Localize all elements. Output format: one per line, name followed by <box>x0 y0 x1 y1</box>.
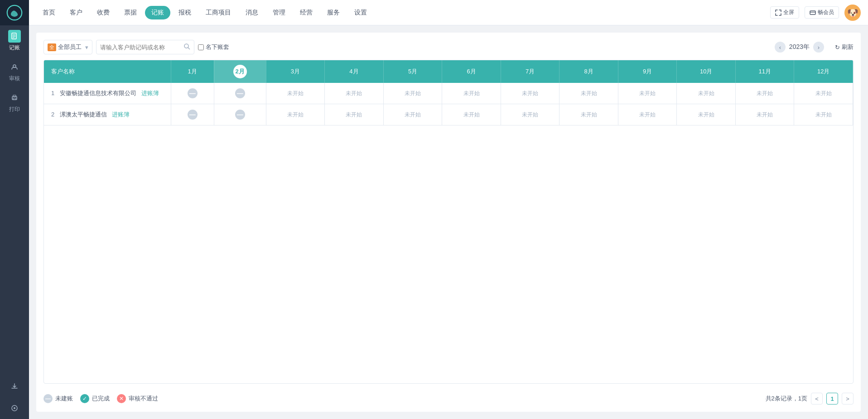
table-cell-name: 2 漯澳太平畅捷通信 进账簿 <box>44 104 171 125</box>
ledger-icon <box>8 30 21 43</box>
table-cell-month-12: 未开始 <box>794 83 853 104</box>
col-header-nov: 11月 <box>735 60 794 83</box>
table-cell-month-10: 未开始 <box>677 104 736 125</box>
table-cell-month-10: 未开始 <box>677 83 736 104</box>
status-dash-icon[interactable]: — <box>188 110 198 120</box>
legend-not-started: — 未建账 <box>43 394 73 403</box>
sidebar-item-support[interactable] <box>0 397 29 419</box>
content-area: 全 全部员工 ▾ 名下账套 <box>29 25 868 419</box>
legend: — 未建账 ✓ 已完成 ✕ 审核不通过 <box>43 394 158 403</box>
status-not-started: 未开始 <box>698 111 714 118</box>
svg-rect-11 <box>810 11 815 14</box>
search-icon[interactable] <box>183 43 190 51</box>
nav-customer[interactable]: 客户 <box>63 6 89 19</box>
prev-page-button[interactable]: < <box>811 393 823 405</box>
nav-invoice[interactable]: 票据 <box>118 6 143 19</box>
enter-ledger-link[interactable]: 进账簿 <box>112 111 130 118</box>
status-not-started: 未开始 <box>463 90 480 96</box>
status-dash-icon[interactable]: — <box>235 88 245 98</box>
table-row: 1 安徽畅捷通信息技术有限公司 进账簿 ——未开始未开始未开始未开始未开始未开始… <box>44 83 853 104</box>
nav-service[interactable]: 服务 <box>321 6 346 19</box>
legend-rejected-label: 审核不通过 <box>129 395 158 403</box>
table-cell-name: 1 安徽畅捷通信息技术有限公司 进账簿 <box>44 83 171 104</box>
table-cell-month-11: 未开始 <box>735 104 794 125</box>
status-dash-icon[interactable]: — <box>235 110 245 120</box>
table-cell-month-4: 未开始 <box>325 83 384 104</box>
sidebar-item-audit[interactable]: 审核 <box>0 56 29 87</box>
sidebar: 记账 审核 打印 <box>0 0 29 419</box>
prev-year-button[interactable]: ‹ <box>775 42 786 53</box>
refresh-button[interactable]: ↻ 刷新 <box>835 43 854 51</box>
member-button[interactable]: 畅会员 <box>805 6 839 19</box>
status-not-started: 未开始 <box>346 90 362 96</box>
table-cell-month-9: 未开始 <box>618 104 677 125</box>
sidebar-bottom <box>0 376 29 419</box>
avatar[interactable]: 🐶 <box>844 5 861 21</box>
status-not-started: 未开始 <box>639 111 656 118</box>
audit-icon <box>8 61 21 73</box>
status-not-started: 未开始 <box>463 111 480 118</box>
employee-select[interactable]: 全 全部员工 ▾ <box>43 40 92 54</box>
member-label: 畅会员 <box>818 9 834 16</box>
status-not-started: 未开始 <box>522 90 538 96</box>
sidebar-item-ledger-label: 记账 <box>9 44 20 52</box>
next-page-button[interactable]: > <box>842 393 854 405</box>
pagination: 共2条记录，1页 < 1 > <box>766 393 854 405</box>
nav-settings[interactable]: 设置 <box>348 6 373 19</box>
col-header-name: 客户名称 <box>44 60 171 83</box>
sidebar-item-print[interactable]: 打印 <box>0 87 29 118</box>
legend-completed: ✓ 已完成 <box>80 394 110 403</box>
fullscreen-button[interactable]: 全屏 <box>770 6 799 19</box>
my-accounts-checkbox[interactable]: 名下账套 <box>198 43 229 51</box>
col-header-oct: 10月 <box>677 60 736 83</box>
table-cell-month-5: 未开始 <box>383 104 442 125</box>
status-not-started: 未开始 <box>405 111 421 118</box>
ledger-table-wrapper: 客户名称 1月 2月 3月 4月 5月 6月 7月 8月 9月 <box>43 60 854 384</box>
table-cell-month-2[interactable]: — <box>214 83 266 104</box>
sidebar-item-download[interactable] <box>0 376 29 397</box>
status-not-started: 未开始 <box>346 111 362 118</box>
nav-manage[interactable]: 管理 <box>266 6 292 19</box>
status-not-started: 未开始 <box>757 111 773 118</box>
fullscreen-label: 全屏 <box>783 9 794 16</box>
legend-completed-label: 已完成 <box>92 395 110 403</box>
status-dash-icon[interactable]: — <box>188 88 198 98</box>
sidebar-item-ledger[interactable]: 记账 <box>0 25 29 56</box>
nav-ledger[interactable]: 记账 <box>145 6 170 19</box>
search-wrapper <box>96 40 194 54</box>
search-input[interactable] <box>100 44 182 51</box>
nav-billing[interactable]: 收费 <box>91 6 116 19</box>
sidebar-item-print-label: 打印 <box>9 106 20 113</box>
svg-point-10 <box>14 407 15 409</box>
nav-business[interactable]: 工商项目 <box>199 6 237 19</box>
table-cell-month-1[interactable]: — <box>171 83 214 104</box>
logo <box>0 0 29 25</box>
navbar: 首页 客户 收费 票据 记账 报税 工商项目 消息 管理 经营 服务 设置 全屏… <box>29 0 868 25</box>
nav-home[interactable]: 首页 <box>36 6 62 19</box>
table-header-row: 客户名称 1月 2月 3月 4月 5月 6月 7月 8月 9月 <box>44 60 853 83</box>
table-cell-month-11: 未开始 <box>735 83 794 104</box>
table-cell-month-2[interactable]: — <box>214 104 266 125</box>
year-navigation: ‹ 2023年 › <box>775 42 824 53</box>
employee-tag: 全 <box>48 43 56 51</box>
table-cell-month-3: 未开始 <box>266 83 325 104</box>
table-cell-month-6: 未开始 <box>442 104 501 125</box>
svg-line-14 <box>188 48 190 49</box>
nav-message[interactable]: 消息 <box>239 6 265 19</box>
table-cell-month-1[interactable]: — <box>171 104 214 125</box>
col-header-may: 5月 <box>383 60 442 83</box>
row-number: 1 <box>51 90 54 96</box>
company-name: 漯澳太平畅捷通信 <box>60 111 107 118</box>
table-cell-month-4: 未开始 <box>325 104 384 125</box>
status-not-started: 未开始 <box>815 111 832 118</box>
my-accounts-check[interactable] <box>198 44 204 50</box>
enter-ledger-link[interactable]: 进账簿 <box>141 90 159 96</box>
nav-tax[interactable]: 报税 <box>172 6 198 19</box>
refresh-icon: ↻ <box>835 44 840 51</box>
nav-operation[interactable]: 经营 <box>294 6 319 19</box>
col-header-feb: 2月 <box>214 60 266 83</box>
next-year-button[interactable]: › <box>813 42 824 53</box>
active-month-circle: 2月 <box>233 65 247 78</box>
company-name: 安徽畅捷通信息技术有限公司 <box>60 90 136 96</box>
legend-x-icon: ✕ <box>117 394 126 403</box>
